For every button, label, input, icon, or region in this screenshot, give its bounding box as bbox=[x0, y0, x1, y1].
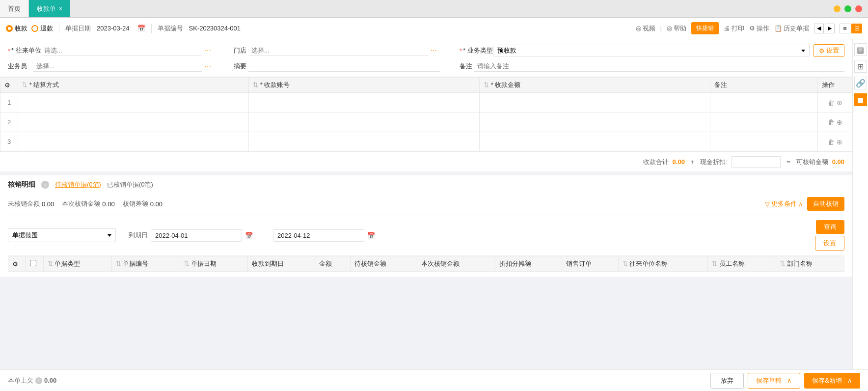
save-new-button[interactable]: 保存&新增 ∧ bbox=[804, 373, 860, 389]
nav-next[interactable]: ▶ bbox=[825, 24, 835, 33]
counterpart-more-icon[interactable]: ··· bbox=[202, 46, 214, 55]
row-2-amount[interactable] bbox=[480, 112, 710, 132]
row-1-account[interactable] bbox=[249, 93, 480, 112]
maximize-button[interactable] bbox=[844, 5, 851, 12]
business-type-select[interactable]: 预收款 bbox=[493, 45, 810, 56]
save-draft-button[interactable]: 保存草稿 ∧ bbox=[748, 373, 800, 389]
lower-col-counterpart: ⇅ 往来单位名称 bbox=[619, 256, 708, 272]
sidebar-icon-1[interactable]: ▦ bbox=[854, 43, 867, 56]
row-3-amount[interactable] bbox=[480, 132, 710, 152]
main-container: 收款 退款 单据日期 2023-03-24 📅 单据编号 SK-20230324… bbox=[0, 18, 868, 391]
row-3-delete-icon[interactable]: 🗑 bbox=[828, 138, 835, 146]
row-2-settlement[interactable] bbox=[18, 112, 249, 132]
settings-label: 设置 bbox=[826, 46, 839, 55]
row-1-copy-icon[interactable]: ⊕ bbox=[837, 99, 842, 107]
lower-col-settings[interactable]: ⚙ bbox=[8, 256, 26, 272]
help-label: 帮助 bbox=[674, 24, 686, 33]
row-3-remark[interactable] bbox=[710, 132, 818, 152]
tab-bar: 首页 收款单 × bbox=[0, 0, 868, 18]
col-settings-header[interactable]: ⚙ bbox=[0, 78, 18, 93]
number-value: SK-20230324-001 bbox=[189, 25, 241, 32]
counterpart-label: * 往来单位 bbox=[11, 46, 41, 55]
shortcut-button[interactable]: 快捷键 bbox=[691, 22, 719, 34]
counterpart-input[interactable] bbox=[41, 45, 202, 56]
col-action-header: 操作 bbox=[818, 78, 852, 93]
grid-view-icon[interactable]: ⊞ bbox=[851, 24, 862, 33]
sidebar-icon-4[interactable]: ◼ bbox=[854, 93, 867, 106]
date-to-group: 📅 bbox=[273, 229, 375, 242]
abandon-button[interactable]: 放弃 bbox=[710, 373, 744, 389]
bottom-bar: 本单上欠 i 0.00 放弃 保存草稿 ∧ 保存&新增 ∧ bbox=[0, 369, 868, 391]
radio-shoukuan-label: 收款 bbox=[15, 24, 27, 33]
diff-label: 核销差额 bbox=[123, 199, 148, 208]
cal-from-icon[interactable]: 📅 bbox=[245, 232, 253, 239]
row-1-delete-icon[interactable]: 🗑 bbox=[828, 99, 835, 107]
lower-col-checkbox[interactable] bbox=[26, 256, 44, 272]
cal-to-icon[interactable]: 📅 bbox=[367, 232, 375, 239]
staff-group: 业务员 ··· bbox=[8, 61, 214, 72]
print-link[interactable]: 🖨 打印 bbox=[724, 24, 744, 33]
close-button[interactable] bbox=[855, 5, 862, 12]
date-to-input[interactable] bbox=[273, 229, 364, 242]
tab-home[interactable]: 首页 bbox=[0, 0, 29, 17]
sort-counterpart: ⇅ bbox=[623, 260, 628, 267]
date-range-select[interactable]: 单据范围 bbox=[8, 228, 116, 242]
minimize-button[interactable] bbox=[834, 5, 841, 12]
list-view-icon[interactable]: ≡ bbox=[840, 24, 850, 33]
store-input[interactable] bbox=[248, 45, 428, 56]
done-tab[interactable]: 已核销单据(0笔) bbox=[107, 180, 153, 189]
row-3-copy-icon[interactable]: ⊕ bbox=[837, 138, 842, 146]
pending-tab[interactable]: 待核销单据(0笔) bbox=[55, 180, 101, 189]
table-header-row: ⚙ ⇅ * 结算方式 ⇅ * 收款账号 ⇅ * 收款金额 备注 操作 bbox=[0, 78, 852, 93]
select-all-checkbox[interactable] bbox=[30, 260, 36, 266]
unverified-stat: 未核销金额 0.00 bbox=[8, 199, 54, 208]
separator-2 bbox=[151, 24, 152, 33]
nav-prev[interactable]: ◀ bbox=[814, 24, 824, 33]
row-2-remark[interactable] bbox=[710, 112, 818, 132]
date-icon[interactable]: 📅 bbox=[137, 25, 145, 32]
discount-input[interactable] bbox=[732, 156, 781, 168]
row-3-settlement[interactable] bbox=[18, 132, 249, 152]
sidebar-icon-3[interactable]: 🔗 bbox=[854, 77, 867, 89]
session-icon: i bbox=[35, 377, 42, 384]
help-icon: ◎ bbox=[667, 25, 672, 32]
query-button[interactable]: 查询 bbox=[816, 220, 844, 234]
summary-group: 摘要 bbox=[234, 61, 440, 72]
plus-sign: + bbox=[691, 158, 695, 166]
auto-writeoff-button[interactable]: 自动核销 bbox=[807, 197, 844, 211]
tab-close-icon[interactable]: × bbox=[59, 5, 62, 12]
current-verify-stat: 本次核销金额 0.00 bbox=[62, 199, 114, 208]
row-1-settlement[interactable] bbox=[18, 93, 249, 112]
business-settings-button[interactable]: ⚙ 设置 bbox=[814, 44, 844, 57]
summary-label: 摘要 bbox=[234, 62, 248, 71]
summary-input[interactable] bbox=[248, 61, 440, 72]
total-value: 0.00 bbox=[673, 158, 685, 166]
remark-input[interactable] bbox=[474, 61, 844, 72]
help-link[interactable]: ◎ 帮助 bbox=[667, 24, 686, 33]
sidebar-icon-2[interactable]: ⊞ bbox=[854, 60, 867, 73]
video-link[interactable]: ◎ 视频 bbox=[636, 24, 655, 33]
staff-input[interactable] bbox=[33, 61, 202, 72]
radio-shoukuan[interactable]: 收款 bbox=[6, 24, 27, 33]
radio-tuikuan[interactable]: 退款 bbox=[31, 24, 53, 33]
settings-button[interactable]: 设置 bbox=[815, 236, 844, 251]
row-1-remark[interactable] bbox=[710, 93, 818, 112]
tab-active[interactable]: 收款单 × bbox=[29, 0, 70, 17]
store-more-icon[interactable]: ··· bbox=[428, 46, 440, 55]
more-conditions-btn[interactable]: ▽ 更多条件 ∧ bbox=[765, 199, 803, 208]
history-link[interactable]: 📋 历史单据 bbox=[774, 24, 809, 33]
row-2-delete-icon[interactable]: 🗑 bbox=[828, 118, 835, 126]
diff-stat: 核销差额 0.00 bbox=[123, 199, 163, 208]
info-icon[interactable]: i bbox=[41, 181, 49, 189]
operations-link[interactable]: ⚙ 操作 bbox=[749, 24, 769, 33]
radio-shoukuan-circle bbox=[6, 25, 13, 32]
row-2-copy-icon[interactable]: ⊕ bbox=[837, 118, 842, 126]
row-2-account[interactable] bbox=[249, 112, 480, 132]
gear-icon: ⚙ bbox=[819, 47, 825, 55]
staff-more-icon[interactable]: ··· bbox=[202, 62, 214, 71]
unverified-label: 未核销金额 bbox=[8, 199, 40, 208]
row-1-amount[interactable] bbox=[480, 93, 710, 112]
date-from-input[interactable] bbox=[151, 229, 242, 242]
row-3-account[interactable] bbox=[249, 132, 480, 152]
diff-value: 0.00 bbox=[150, 200, 163, 208]
